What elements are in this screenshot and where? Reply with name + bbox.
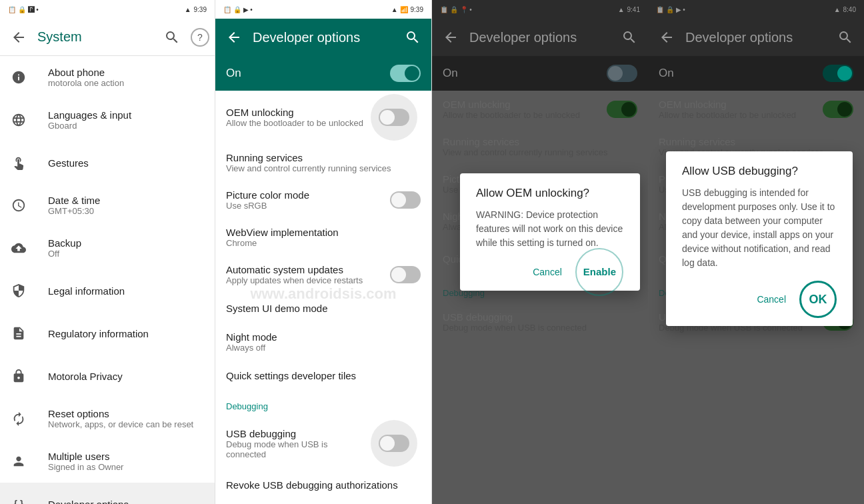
on-banner-2[interactable]: On <box>215 56 431 91</box>
developer-icon: { } <box>11 496 27 504</box>
sidebar-datetime-text: Date & time GMT+05:30 <box>48 195 100 216</box>
regulatory-icon <box>11 325 27 341</box>
webview-text: WebView implementation Chrome <box>226 227 421 248</box>
panel-developer-dark-usb: 📋 🔒 ▶ • ▲ 8:40 Developer options On OEM … <box>648 0 864 504</box>
revokeusb-item[interactable]: Revoke USB debugging authorizations <box>215 470 431 500</box>
time-display-2: 9:39 <box>411 6 423 13</box>
oem-toggle-area[interactable] <box>367 99 421 136</box>
sidebar-item-reset[interactable]: Reset options Network, apps, or device c… <box>0 397 215 440</box>
app-bar-title-2: Developer options <box>253 30 394 45</box>
oem-cancel-button[interactable]: Cancel <box>525 261 570 283</box>
panel-system-settings: 📋 🔒 🅿 • ▲ 9:39 System ? About phone moto… <box>0 0 215 504</box>
nightmode-text: Night mode Always off <box>226 331 421 353</box>
app-bar-title-1: System <box>37 29 153 45</box>
usb-dialog-body: USB debugging is intended for developmen… <box>682 186 837 270</box>
oem-dialog-title: Allow OEM unlocking? <box>476 187 624 200</box>
color-text: Picture color mode Use sRGB <box>226 189 390 211</box>
time-display: 9:39 <box>194 6 207 13</box>
sidebar-item-users[interactable]: Multiple users Signed in as Owner <box>0 440 215 483</box>
webview-item[interactable]: WebView implementation Chrome <box>215 219 431 256</box>
status-icons-left: 📋 🔒 🅿 • <box>8 6 39 13</box>
panel-developer-white: 📋 🔒 ▶ • ▲ 📶 9:39 Developer options On OE… <box>215 0 432 504</box>
reset-icon <box>11 411 27 427</box>
search-button-2[interactable] <box>399 24 426 51</box>
sidebar-languages-text: Languages & input Gboard <box>48 109 131 131</box>
quicktiles-item[interactable]: Quick settings developer tiles <box>215 361 431 391</box>
oem-toggle[interactable] <box>379 109 409 126</box>
sidebar-item-about[interactable]: About phone motorola one action <box>0 56 215 99</box>
oem-unlock-item[interactable]: OEM unlocking Allow the bootloader to be… <box>215 91 431 144</box>
dialog-overlay-oem[interactable]: Allow OEM unlocking? WARNING: Device pro… <box>432 0 648 504</box>
color-toggle[interactable] <box>390 191 421 209</box>
sidebar-legal-text: Legal information <box>48 285 125 297</box>
oem-toggle-knob <box>380 110 395 125</box>
sidebar-list: About phone motorola one action Language… <box>0 56 215 504</box>
usb-dialog-actions: Cancel OK <box>682 281 837 318</box>
sidebar-item-motorola[interactable]: Motorola Privacy <box>0 355 215 397</box>
toggle-highlight-circle <box>371 94 417 141</box>
toggle-knob-2 <box>405 66 419 81</box>
status-icons-right: ▲ 9:39 <box>185 6 207 13</box>
autoupdate-item[interactable]: Automatic system updates Apply updates w… <box>215 256 431 293</box>
help-button-1[interactable]: ? <box>191 28 209 47</box>
usb-dialog-title: Allow USB debugging? <box>682 165 837 178</box>
oem-dialog-body: WARNING: Device protection features will… <box>476 208 624 250</box>
usb-toggle[interactable] <box>379 435 409 452</box>
privacy-icon <box>11 368 27 384</box>
autoupdate-toggle[interactable] <box>390 266 421 283</box>
panel-developer-dark-oem: 📋 🔒 📍 • ▲ 9:41 Developer options On OEM … <box>432 0 648 504</box>
sidebar-item-legal[interactable]: Legal information <box>0 269 215 312</box>
sidebar-backup-text: Backup Off <box>48 237 81 259</box>
clock-icon <box>11 197 27 213</box>
sidebar-gestures-text: Gestures <box>48 157 89 169</box>
about-label: About phone <box>48 67 124 78</box>
wifi-icon-2: ▲ 📶 <box>391 6 408 13</box>
dev-toggle-2[interactable] <box>390 65 421 82</box>
bugreport-item[interactable]: Bug report shortcut <box>215 500 431 504</box>
sidebar-item-regulatory[interactable]: Regulatory information <box>0 312 215 355</box>
notification-icons: 📋 🔒 🅿 • <box>8 6 39 13</box>
usb-ok-button[interactable]: OK <box>799 281 837 318</box>
usb-cancel-button[interactable]: Cancel <box>749 281 794 318</box>
users-icon <box>11 453 27 469</box>
sidebar-about-text: About phone motorola one action <box>48 67 124 88</box>
legal-icon <box>11 283 27 299</box>
nightmode-item[interactable]: Night mode Always off <box>215 323 431 361</box>
status-icons-2-right: ▲ 📶 9:39 <box>391 6 423 13</box>
search-button-1[interactable] <box>159 24 185 51</box>
usb-dialog: Allow USB debugging? USB debugging is in… <box>666 151 853 326</box>
info-icon <box>11 69 27 85</box>
sidebar-regulatory-text: Regulatory information <box>48 328 149 339</box>
running-services-item[interactable]: Running services View and control curren… <box>215 144 431 181</box>
uidemo-item[interactable]: System UI demo mode <box>215 293 431 323</box>
about-sub: motorola one action <box>48 78 124 88</box>
sidebar-item-developer[interactable]: { } Developer options <box>0 483 215 504</box>
oem-dialog-actions: Cancel Enable <box>476 261 624 283</box>
gesture-icon <box>11 155 27 171</box>
status-icons-2-left: 📋 🔒 ▶ • <box>223 6 253 13</box>
color-mode-item[interactable]: Picture color mode Use sRGB <box>215 181 431 219</box>
usb-toggle-area[interactable] <box>367 425 421 462</box>
back-button-2[interactable] <box>221 24 247 51</box>
usbdebug-item[interactable]: USB debugging Debug mode when USB is con… <box>215 417 431 470</box>
debugging-header-2: Debugging <box>215 391 431 417</box>
back-button-1[interactable] <box>5 24 32 51</box>
wifi-icon: ▲ <box>185 6 191 13</box>
oem-dialog: Allow OEM unlocking? WARNING: Device pro… <box>460 173 640 291</box>
sidebar-users-text: Multiple users Signed in as Owner <box>48 451 123 472</box>
notification-icons-2: 📋 🔒 ▶ • <box>223 6 253 13</box>
sidebar-item-languages[interactable]: Languages & input Gboard <box>0 99 215 141</box>
oem-text: OEM unlocking Allow the bootloader to be… <box>226 107 367 128</box>
sidebar-motorola-text: Motorola Privacy <box>48 371 123 382</box>
app-bar-2: Developer options <box>215 19 431 56</box>
dev-list-2: OEM unlocking Allow the bootloader to be… <box>215 91 431 504</box>
sidebar-item-gestures[interactable]: Gestures <box>0 141 215 184</box>
oem-enable-button[interactable]: Enable <box>575 261 624 283</box>
status-bar-2: 📋 🔒 ▶ • ▲ 📶 9:39 <box>215 0 431 19</box>
dialog-overlay-usb[interactable]: Allow USB debugging? USB debugging is in… <box>648 0 864 504</box>
sidebar-developer-text: Developer options <box>48 499 129 505</box>
sidebar-item-datetime[interactable]: Date & time GMT+05:30 <box>0 184 215 227</box>
autoupdate-text: Automatic system updates Apply updates w… <box>226 264 390 285</box>
sidebar-item-backup[interactable]: Backup Off <box>0 227 215 269</box>
usb-toggle-circle <box>371 420 417 467</box>
